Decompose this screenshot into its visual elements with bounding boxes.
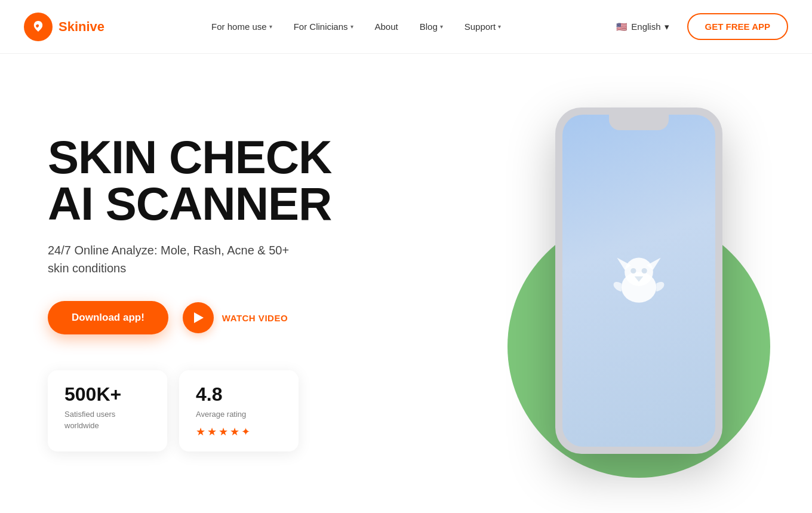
nav-link-for-home-use[interactable]: For home use ▾: [203, 17, 281, 36]
hero-actions: Download app! WATCH VIDEO: [48, 301, 331, 334]
chevron-down-icon: ▾: [498, 23, 501, 30]
logo-icon: [24, 13, 53, 41]
chevron-down-icon: ▾: [665, 21, 669, 32]
hero-title: SKIN CHECK AI SCANNER: [48, 134, 331, 227]
star-rating: ★ ★ ★ ★ ✦: [196, 425, 282, 438]
hero-content: SKIN CHECK AI SCANNER 24/7 Online Analyz…: [48, 134, 331, 451]
nav-item-about[interactable]: About: [367, 17, 407, 36]
nav-link-support[interactable]: Support ▾: [456, 17, 510, 36]
nav-link-blog[interactable]: Blog ▾: [411, 17, 451, 36]
star-4: ★: [230, 425, 239, 438]
navigation: Skinive For home use ▾ For Clinicians ▾ …: [0, 0, 812, 54]
phone-screen: [562, 115, 715, 447]
stat-card-users: 500K+ Satisfied users worldwide: [48, 370, 167, 451]
watch-video-button[interactable]: WATCH VIDEO: [183, 302, 288, 333]
nav-right: 🇺🇸 English ▾ GET FREE APP: [608, 13, 788, 40]
nav-item-for-home-use[interactable]: For home use ▾: [203, 17, 281, 36]
hero-phone-mockup: [513, 90, 764, 496]
download-app-button[interactable]: Download app!: [48, 301, 168, 334]
language-selector[interactable]: 🇺🇸 English ▾: [608, 17, 677, 37]
phone-notch: [609, 115, 669, 130]
svg-point-2: [630, 268, 636, 274]
chevron-down-icon: ▾: [269, 23, 272, 30]
stat-card-rating: 4.8 Average rating ★ ★ ★ ★ ✦: [179, 370, 299, 451]
nav-link-about[interactable]: About: [367, 17, 407, 36]
stat-number-rating: 4.8: [196, 383, 282, 406]
hero-subtitle: 24/7 Online Analyze: Mole, Rash, Acne & …: [48, 241, 310, 277]
play-icon: [183, 302, 214, 333]
svg-point-1: [625, 258, 653, 287]
hero-section: SKIN CHECK AI SCANNER 24/7 Online Analyz…: [0, 54, 812, 513]
star-3: ★: [219, 425, 228, 438]
phone-outer: [555, 107, 722, 454]
get-free-app-button[interactable]: GET FREE APP: [687, 13, 788, 40]
stat-label-users: Satisfied users worldwide: [64, 409, 150, 431]
stat-label-rating: Average rating: [196, 409, 282, 420]
nav-item-blog[interactable]: Blog ▾: [411, 17, 451, 36]
svg-point-3: [642, 268, 647, 274]
stats-row: 500K+ Satisfied users worldwide 4.8 Aver…: [48, 370, 331, 451]
star-1: ★: [196, 425, 205, 438]
stat-number-users: 500K+: [64, 383, 150, 406]
chevron-down-icon: ▾: [440, 23, 443, 30]
logo-link[interactable]: Skinive: [24, 13, 104, 41]
nav-link-for-clinicians[interactable]: For Clinicians ▾: [285, 17, 362, 36]
play-triangle: [194, 312, 204, 323]
app-logo-on-screen: [600, 242, 678, 320]
chevron-down-icon: ▾: [350, 23, 353, 30]
logo-text: Skinive: [59, 19, 104, 35]
star-half: ✦: [241, 425, 250, 438]
nav-links: For home use ▾ For Clinicians ▾ About Bl…: [203, 17, 509, 36]
nav-item-support[interactable]: Support ▾: [456, 17, 510, 36]
star-2: ★: [207, 425, 217, 438]
nav-item-for-clinicians[interactable]: For Clinicians ▾: [285, 17, 362, 36]
flag-icon: 🇺🇸: [616, 21, 628, 32]
